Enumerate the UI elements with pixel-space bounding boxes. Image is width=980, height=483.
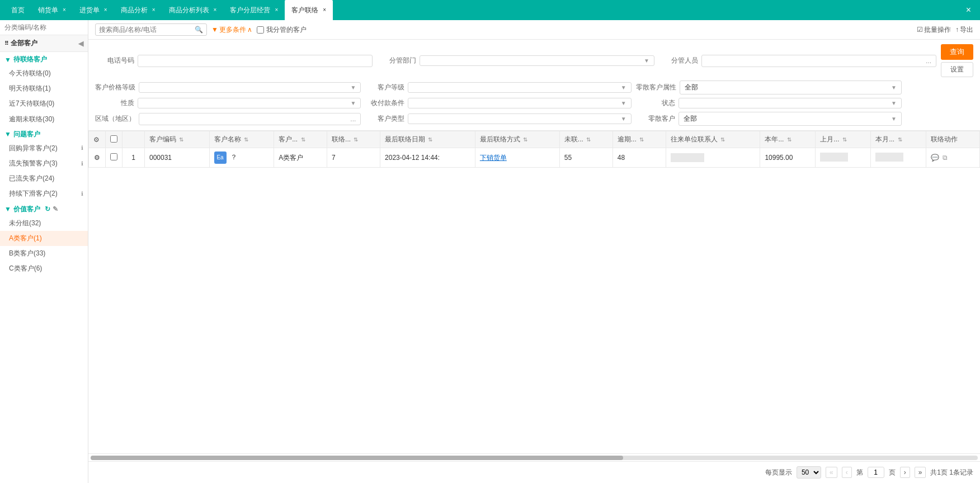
- customer-level-select[interactable]: ▼: [408, 82, 631, 93]
- retail-attr-arrow: ▼: [891, 84, 897, 91]
- sidebar-repurchase-abnormal[interactable]: 回购异常客户(2) ℹ: [0, 141, 88, 156]
- info-icon-lost-warning: ℹ: [81, 159, 83, 168]
- horizontal-scrollbar[interactable]: [88, 453, 980, 461]
- customer-type-select[interactable]: ▼: [408, 113, 631, 124]
- th-no: [123, 131, 145, 148]
- select-all-checkbox[interactable]: [110, 135, 117, 143]
- sidebar-tomorrow-contact[interactable]: 明天待联络(1): [0, 81, 88, 96]
- page-number-input[interactable]: [868, 467, 884, 478]
- last-page-button[interactable]: »: [915, 467, 926, 478]
- row-action[interactable]: 💬 ⧉: [926, 148, 980, 168]
- export-button[interactable]: ↑ 导出: [955, 25, 973, 35]
- my-customer-checkbox-area[interactable]: 我分管的客户: [257, 25, 307, 35]
- page-size-select[interactable]: 50: [797, 466, 821, 479]
- chevron-icon: ∧: [247, 26, 252, 34]
- nav-close-customer-tier[interactable]: ×: [275, 0, 278, 20]
- nav-sales-order[interactable]: 销货单 ×: [31, 0, 73, 20]
- th-customer-name[interactable]: 客户名称 ⇅: [209, 131, 274, 148]
- phone-input[interactable]: [138, 55, 373, 67]
- nav-product-analysis-list[interactable]: 商品分析列表 ×: [162, 0, 224, 20]
- more-filter-button[interactable]: ▼ 更多条件 ∧: [211, 25, 252, 35]
- setting-button[interactable]: 设置: [941, 62, 973, 77]
- message-icon[interactable]: 💬: [931, 154, 939, 162]
- close-all-button[interactable]: ×: [962, 5, 976, 15]
- nav-customer-contact[interactable]: 客户联络 ×: [285, 0, 333, 20]
- filter-price-level: 客户价格等级 ▼: [95, 82, 361, 93]
- price-level-select[interactable]: ▼: [139, 82, 361, 93]
- sidebar-lost-warning[interactable]: 流失预警客户(3) ℹ: [0, 156, 88, 171]
- th-customer-type[interactable]: 客户... ⇅: [274, 131, 327, 148]
- filter-region: 区域（地区） ...: [95, 113, 361, 125]
- collapse-icon[interactable]: ◀: [78, 40, 83, 48]
- sort-code-icon: ⇅: [179, 136, 183, 143]
- status-select[interactable]: ▼: [679, 98, 902, 108]
- nav-product-analysis[interactable]: 商品分析 ×: [114, 0, 162, 20]
- nav-close-sales-order[interactable]: ×: [63, 0, 66, 20]
- edit-icon[interactable]: ✎: [53, 205, 58, 213]
- sidebar-declining[interactable]: 持续下滑客户(2) ℹ: [0, 186, 88, 201]
- dept-select[interactable]: ▼: [420, 55, 654, 66]
- row-last-date: 2023-04-12 14:44:: [380, 148, 475, 168]
- row-overdue: 48: [613, 148, 666, 168]
- nature-select[interactable]: ▼: [138, 98, 361, 108]
- nav-close-customer-contact[interactable]: ×: [323, 0, 326, 20]
- region-input[interactable]: ...: [139, 113, 361, 125]
- link-icon[interactable]: ⧉: [943, 154, 948, 162]
- retail-select[interactable]: 全部 ▼: [679, 112, 902, 126]
- pending-contact-section[interactable]: ▼ 待联络客户: [0, 52, 88, 66]
- th-gear[interactable]: ⚙: [89, 131, 106, 148]
- th-last-method[interactable]: 最后联络方式 ⇅: [475, 131, 559, 148]
- next-page-button[interactable]: ›: [900, 467, 910, 478]
- nav-customer-tier[interactable]: 客户分层经营 ×: [223, 0, 285, 20]
- scroll-thumb[interactable]: [91, 456, 623, 460]
- row-checkbox[interactable]: [110, 153, 117, 160]
- sidebar-class-a[interactable]: A类客户(1): [0, 231, 88, 246]
- sidebar-7days-contact[interactable]: 近7天待联络(0): [0, 96, 88, 111]
- sidebar-class-c[interactable]: C类客户(6): [0, 261, 88, 276]
- nav-close-purchase-order[interactable]: ×: [104, 0, 107, 20]
- th-uncontacted[interactable]: 未联... ⇅: [559, 131, 613, 148]
- my-customer-checkbox[interactable]: [257, 26, 264, 34]
- value-customers-section[interactable]: ▼ 价值客户 ↻ ✎: [0, 202, 88, 216]
- nav-close-product-analysis[interactable]: ×: [152, 0, 156, 20]
- retail-attr-select[interactable]: 全部 ▼: [680, 80, 902, 94]
- nav-purchase-order[interactable]: 进货单 ×: [73, 0, 114, 20]
- th-checkbox[interactable]: [106, 131, 123, 148]
- th-contact[interactable]: 联络... ⇅: [327, 131, 380, 148]
- sort-overdue-icon: ⇅: [639, 136, 644, 143]
- row-gear[interactable]: ⚙: [89, 148, 106, 168]
- data-table-container: ⚙ 客户编码 ⇅ 客户名称 ⇅: [88, 131, 980, 453]
- main-search-input[interactable]: [99, 26, 192, 34]
- top-navigation: 首页 销货单 × 进货单 × 商品分析 × 商品分析列表 × 客户分层经营 × …: [0, 0, 980, 20]
- th-customer-code[interactable]: 客户编码 ⇅: [145, 131, 210, 148]
- sidebar-overdue-contact[interactable]: 逾期未联络(30): [0, 112, 88, 127]
- sidebar-class-b[interactable]: B类客户(33): [0, 246, 88, 261]
- query-button[interactable]: 查询: [941, 44, 973, 60]
- payment-select[interactable]: ▼: [408, 98, 631, 108]
- all-customers-group[interactable]: ⠿ 全部客户 ◀: [0, 35, 88, 52]
- filter-bar: 🔍 ▼ 更多条件 ∧ 我分管的客户 ☑ 批量操作 ↑ 导出: [88, 20, 980, 40]
- th-last-date[interactable]: 最后联络日期 ⇅: [380, 131, 475, 148]
- th-this-year[interactable]: 本年... ⇅: [760, 131, 816, 148]
- nav-close-product-analysis-list[interactable]: ×: [214, 0, 217, 20]
- first-page-button[interactable]: «: [826, 467, 837, 478]
- sidebar-already-lost[interactable]: 已流失客户(24): [0, 171, 88, 186]
- row-last-method[interactable]: 下销货单: [475, 148, 559, 168]
- row-checkbox-cell[interactable]: [106, 148, 123, 168]
- refresh-icon[interactable]: ↻: [45, 205, 50, 213]
- sidebar-unclassified[interactable]: 未分组(32): [0, 216, 88, 231]
- problem-customers-section[interactable]: ▼ 问题客户: [0, 127, 88, 141]
- status-arrow: ▼: [891, 100, 897, 106]
- batch-operation-button[interactable]: ☑ 批量操作: [917, 25, 951, 35]
- th-last-month[interactable]: 上月... ⇅: [816, 131, 871, 148]
- nav-home[interactable]: 首页: [4, 0, 31, 20]
- th-overdue[interactable]: 逾期... ⇅: [613, 131, 666, 148]
- th-this-month[interactable]: 本月... ⇅: [871, 131, 926, 148]
- customer-type-arrow: ▼: [621, 116, 626, 122]
- person-input[interactable]: ...: [701, 55, 936, 67]
- prev-page-button[interactable]: ‹: [842, 467, 852, 478]
- sidebar-today-contact[interactable]: 今天待联络(0): [0, 66, 88, 81]
- category-search-input[interactable]: [4, 23, 88, 31]
- th-unit-contact[interactable]: 往来单位联系人 ⇅: [666, 131, 760, 148]
- search-icon[interactable]: 🔍: [195, 26, 203, 34]
